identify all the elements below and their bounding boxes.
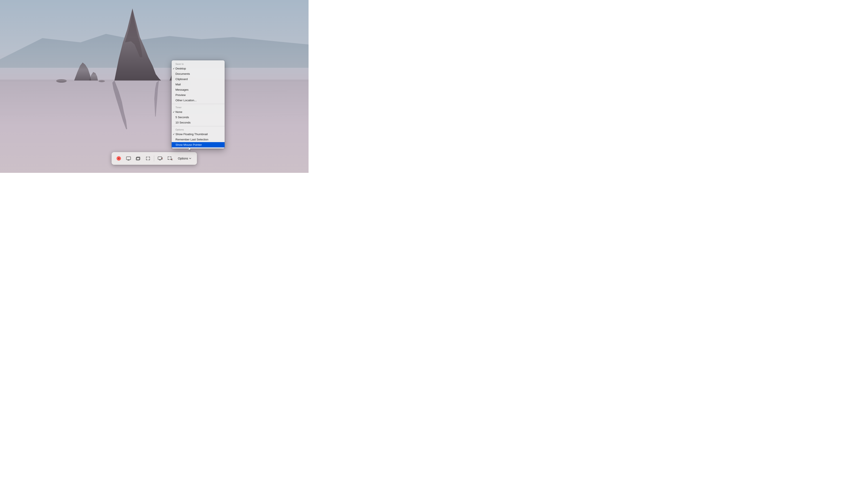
- svg-rect-25: [159, 160, 160, 160]
- svg-point-39: [172, 159, 172, 160]
- menu-item-timer-5sec[interactable]: 5 Seconds: [172, 115, 225, 120]
- capture-selection-button[interactable]: [143, 154, 153, 163]
- menu-item-timer-10sec[interactable]: 10 Seconds: [172, 120, 225, 125]
- svg-rect-24: [158, 157, 162, 160]
- menu-item-documents[interactable]: Documents: [172, 71, 225, 76]
- svg-rect-26: [159, 160, 161, 160]
- svg-point-4: [56, 79, 67, 83]
- capture-selection-icon: [145, 156, 151, 161]
- svg-rect-15: [146, 157, 150, 160]
- record-screen-button[interactable]: [155, 154, 165, 163]
- svg-rect-29: [168, 157, 171, 160]
- screenshot-toolbar: Options: [112, 152, 197, 165]
- capture-screen-button[interactable]: [124, 154, 133, 163]
- close-icon: [116, 156, 121, 161]
- svg-rect-10: [127, 160, 129, 160]
- menu-item-remember-selection[interactable]: Remember Last Selection: [172, 137, 225, 142]
- capture-screen-icon: [126, 156, 131, 161]
- capture-window-button[interactable]: [133, 154, 143, 163]
- menu-item-desktop[interactable]: ✓ Desktop: [172, 66, 225, 71]
- record-screen-icon: [157, 156, 162, 161]
- svg-rect-14: [136, 158, 140, 158]
- desktop-background: [0, 0, 309, 173]
- capture-window-icon: [135, 156, 141, 161]
- options-header: Options: [172, 127, 225, 132]
- menu-item-timer-none[interactable]: ✓ None: [172, 109, 225, 115]
- timer-header: Timer: [172, 105, 225, 109]
- record-selection-icon: [167, 156, 172, 161]
- menu-item-clipboard[interactable]: Clipboard: [172, 76, 225, 82]
- svg-point-28: [162, 158, 162, 159]
- separator-2: [172, 126, 225, 126]
- menu-item-other-location[interactable]: Other Location...: [172, 98, 225, 103]
- chevron-down-icon: [189, 157, 192, 160]
- close-button[interactable]: [114, 154, 123, 163]
- options-button[interactable]: Options: [175, 155, 194, 162]
- svg-rect-8: [126, 157, 130, 160]
- separator-1: [172, 104, 225, 104]
- checkmark-timer-none: ✓: [173, 110, 175, 113]
- menu-item-mouse-pointer[interactable]: Show Mouse Pointer: [172, 142, 225, 148]
- menu-item-preview[interactable]: Preview: [172, 92, 225, 98]
- menu-item-floating-thumbnail[interactable]: ✓ Show Floating Thumbnail: [172, 132, 225, 137]
- landscape-svg: [0, 0, 309, 173]
- record-selection-button[interactable]: [165, 154, 175, 163]
- save-to-header: Save to: [172, 61, 225, 66]
- checkmark-floating-thumbnail: ✓: [173, 133, 175, 136]
- menu-item-messages[interactable]: Messages: [172, 87, 225, 92]
- menu-item-mail[interactable]: Mail: [172, 82, 225, 87]
- checkmark-desktop: ✓: [173, 67, 175, 70]
- options-label: Options: [178, 157, 188, 160]
- context-menu: Save to ✓ Desktop Documents Clipboard Ma…: [172, 60, 225, 149]
- svg-point-6: [98, 80, 105, 82]
